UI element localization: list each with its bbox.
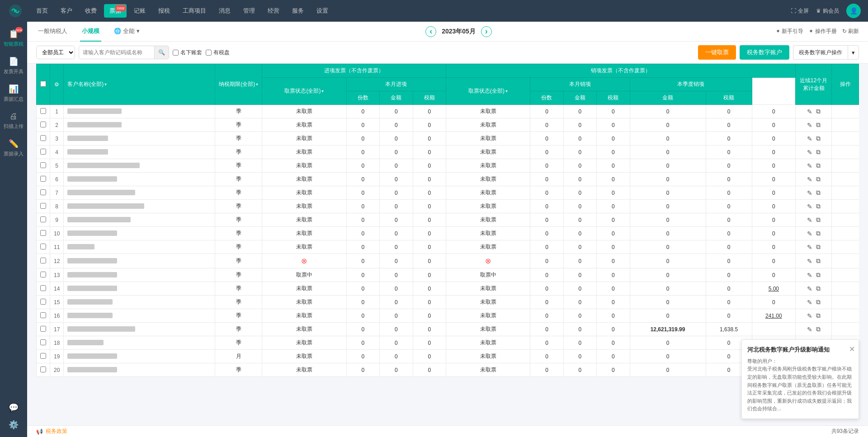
edit-icon[interactable]: ✎: [807, 162, 812, 169]
row-checkbox-cell[interactable]: [37, 186, 50, 200]
out-status-header[interactable]: 取票状态(全部) ▾: [446, 78, 530, 105]
row-checkbox-cell[interactable]: [37, 282, 50, 296]
row-checkbox-cell[interactable]: [37, 309, 50, 323]
manual-link[interactable]: ✦ 操作手册: [809, 28, 836, 35]
edit-icon[interactable]: ✎: [807, 312, 812, 320]
label-subacc[interactable]: 名下账套: [173, 49, 202, 56]
edit-icon[interactable]: ✎: [807, 258, 812, 265]
settings-button[interactable]: ⚙️: [9, 420, 19, 430]
row-checkbox[interactable]: [40, 203, 46, 209]
one-key-ticket-button[interactable]: 一键取票: [698, 45, 736, 60]
nav-billing[interactable]: 收费: [80, 4, 102, 18]
search-input[interactable]: [79, 46, 154, 59]
row-checkbox[interactable]: [40, 326, 46, 332]
sidebar-item-invoice-entry[interactable]: ✏️ 票据录入: [2, 135, 25, 161]
nav-message[interactable]: 消息: [213, 4, 236, 18]
tax-policy-link[interactable]: 税务政策: [46, 428, 67, 435]
tax-digital-account-button[interactable]: 税务数字账户: [740, 45, 789, 60]
copy-icon[interactable]: ⧉: [816, 108, 821, 115]
row-checkbox[interactable]: [40, 272, 46, 277]
row-checkbox-cell[interactable]: [37, 173, 50, 186]
row-checkbox[interactable]: [40, 244, 46, 249]
row-checkbox[interactable]: [40, 162, 46, 168]
row-checkbox[interactable]: [40, 176, 46, 182]
copy-icon[interactable]: ⧉: [816, 175, 821, 183]
notice-close-button[interactable]: ✕: [849, 343, 855, 355]
copy-icon[interactable]: ⧉: [816, 298, 821, 306]
edit-icon[interactable]: ✎: [807, 272, 812, 279]
row-checkbox[interactable]: [40, 122, 46, 127]
nav-invoice[interactable]: 票据 new: [104, 4, 127, 18]
row-checkbox-cell[interactable]: [37, 240, 50, 254]
copy-icon[interactable]: ⧉: [816, 216, 821, 224]
edit-icon[interactable]: ✎: [807, 285, 812, 292]
row-checkbox[interactable]: [40, 135, 46, 141]
prev-month-button[interactable]: ‹: [425, 26, 436, 37]
edit-icon[interactable]: ✎: [807, 216, 812, 224]
copy-icon[interactable]: ⧉: [816, 202, 821, 210]
row-checkbox[interactable]: [40, 216, 46, 222]
nav-business[interactable]: 工商项目: [177, 4, 212, 18]
tax-digital-account-op-dropdown[interactable]: ▾: [848, 45, 859, 60]
row-checkbox[interactable]: [40, 285, 46, 291]
copy-icon[interactable]: ⧉: [816, 230, 821, 237]
edit-icon[interactable]: ✎: [807, 299, 812, 306]
checkbox-all-header[interactable]: [37, 64, 50, 105]
row-checkbox[interactable]: [40, 312, 46, 318]
row-checkbox-cell[interactable]: [37, 296, 50, 309]
sidebar-item-issue-invoice[interactable]: 📄 发票开具: [2, 53, 25, 79]
edit-icon[interactable]: ✎: [807, 135, 812, 142]
row-checkbox[interactable]: [40, 353, 46, 359]
in-status-header[interactable]: 取票状态(全部) ▾: [262, 78, 346, 105]
row-checkbox-cell[interactable]: [37, 132, 50, 146]
label-taxdisk[interactable]: 有税盘: [206, 49, 230, 56]
tax-digital-account-op-button[interactable]: 税务数字账户操作: [793, 45, 848, 60]
tab-all-capability[interactable]: 🌐 全能 ▾: [112, 22, 142, 42]
fullscreen-button[interactable]: ⛶ 全屏: [791, 7, 809, 15]
row-checkbox-cell[interactable]: [37, 146, 50, 159]
row-checkbox-cell[interactable]: [37, 254, 50, 268]
row-checkbox[interactable]: [40, 367, 46, 372]
nav-operation[interactable]: 经营: [262, 4, 285, 18]
copy-icon[interactable]: ⧉: [816, 257, 821, 265]
edit-icon[interactable]: ✎: [807, 203, 812, 210]
nav-tax[interactable]: 报税: [153, 4, 175, 18]
edit-icon[interactable]: ✎: [807, 149, 812, 156]
copy-icon[interactable]: ⧉: [816, 325, 821, 333]
checkbox-subacc[interactable]: [173, 50, 179, 56]
row-checkbox-cell[interactable]: [37, 363, 50, 377]
row-checkbox-cell[interactable]: [37, 336, 50, 350]
edit-icon[interactable]: ✎: [807, 176, 812, 183]
sidebar-item-smart-invoice[interactable]: 📋 智能票税 new: [2, 25, 25, 51]
tab-general-taxpayer[interactable]: 一般纳税人: [36, 22, 69, 42]
row-checkbox[interactable]: [40, 339, 46, 345]
nav-home[interactable]: 首页: [31, 4, 53, 18]
copy-icon[interactable]: ⧉: [816, 121, 821, 129]
row-checkbox[interactable]: [40, 299, 46, 305]
row-checkbox-cell[interactable]: [37, 118, 50, 132]
edit-icon[interactable]: ✎: [807, 122, 812, 129]
nav-customer[interactable]: 客户: [55, 4, 78, 18]
tab-small-scale[interactable]: 小规模: [80, 22, 101, 42]
edit-icon[interactable]: ✎: [807, 189, 812, 197]
row-checkbox[interactable]: [40, 149, 46, 155]
row-checkbox-cell[interactable]: [37, 159, 50, 173]
row-checkbox[interactable]: [40, 230, 46, 236]
copy-icon[interactable]: ⧉: [816, 243, 821, 251]
nav-service[interactable]: 服务: [287, 4, 309, 18]
row-checkbox-cell[interactable]: [37, 268, 50, 282]
checkbox-taxdisk[interactable]: [206, 50, 212, 56]
copy-icon[interactable]: ⧉: [816, 312, 821, 320]
edit-icon[interactable]: ✎: [807, 230, 812, 237]
copy-icon[interactable]: ⧉: [816, 162, 821, 169]
nav-manage[interactable]: 管理: [238, 4, 260, 18]
row-checkbox-cell[interactable]: [37, 200, 50, 213]
tax-period-header[interactable]: 纳税期限(全部) ▾: [215, 64, 262, 105]
search-button[interactable]: 🔍: [154, 46, 169, 59]
new-guide-link[interactable]: ✦ 新手引导: [776, 28, 803, 35]
nav-settings[interactable]: 设置: [311, 4, 334, 18]
customer-name-header[interactable]: 客户名称(全部) ▾: [64, 64, 215, 105]
gear-col-header[interactable]: ⚙: [50, 64, 64, 105]
refresh-link[interactable]: ↻ 刷新: [842, 28, 859, 35]
chat-button[interactable]: 💬: [9, 403, 19, 413]
